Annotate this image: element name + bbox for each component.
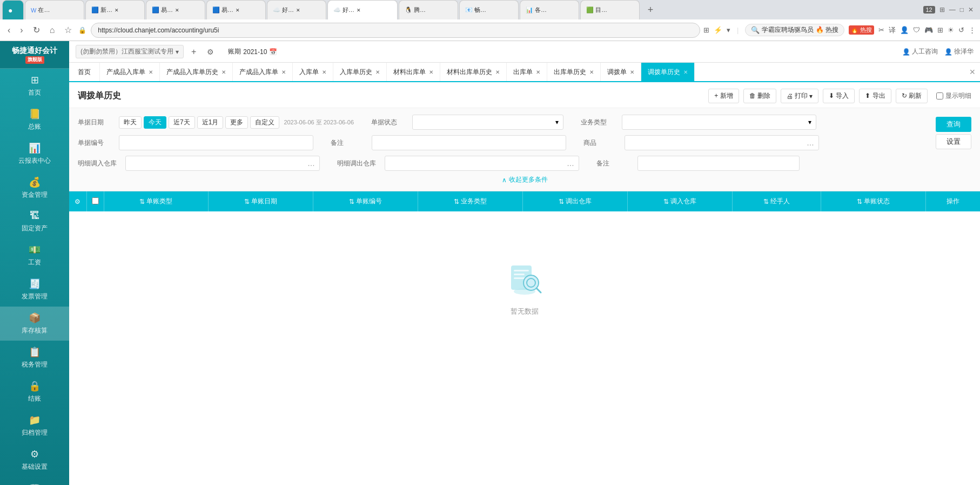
nav-tab-5-close[interactable]: ✕	[375, 69, 380, 75]
translate-icon[interactable]: 译	[889, 25, 896, 35]
sidebar-item-invoice[interactable]: 🧾 发票管理	[0, 273, 69, 307]
consult-link[interactable]: 👤 人工咨询	[902, 47, 938, 56]
sidebar-item-ledger[interactable]: 📒 总账	[0, 103, 69, 137]
nav-tab-2[interactable]: 产成品入库单历史 ✕	[160, 63, 233, 82]
sidebar-item-settings[interactable]: ⚙ 基础设置	[0, 443, 69, 477]
today-btn[interactable]: 今天	[144, 116, 166, 129]
nav-tab-7[interactable]: 材料出库单历史 ✕	[440, 63, 507, 82]
collapse-button[interactable]: ∧ 收起更多条件	[502, 175, 548, 184]
nav-tab-10[interactable]: 调拨单 ✕	[601, 63, 641, 82]
browser-tab-close-3[interactable]: ✕	[173, 6, 182, 15]
lightning-icon[interactable]: ⚡	[714, 26, 722, 34]
doc-num-input[interactable]	[119, 135, 313, 150]
th-doc-status[interactable]: ⇅ 单账状态	[821, 191, 925, 211]
th-in-warehouse[interactable]: ⇅ 调入仓库	[627, 191, 732, 211]
detail-remark-input[interactable]	[637, 156, 800, 171]
goods-select[interactable]: …	[625, 135, 819, 150]
browser-tab-1[interactable]: W 在…	[25, 0, 84, 19]
sidebar-item-salary[interactable]: 💵 工资	[0, 238, 69, 273]
yesterday-btn[interactable]: 昨天	[119, 116, 142, 129]
import-button[interactable]: ⬇ 导入	[823, 89, 855, 103]
nav-tab-5[interactable]: 入库单历史 ✕	[333, 63, 387, 82]
sidebar-item-tax[interactable]: 📋 税务管理	[0, 341, 69, 375]
company-settings-button[interactable]: ⚙	[204, 45, 217, 58]
nav-tab-3-close[interactable]: ✕	[281, 69, 286, 75]
bookmark-button[interactable]: ☆	[61, 23, 75, 37]
home-button[interactable]: ⌂	[46, 23, 58, 37]
export-button[interactable]: ⬆ 导出	[859, 89, 891, 103]
th-doc-date[interactable]: ⇅ 单账日期	[209, 191, 313, 211]
sidebar-item-guide[interactable]: 📖 新手引导	[0, 477, 69, 485]
nav-tab-10-close[interactable]: ✕	[630, 69, 634, 75]
sidebar-item-inventory[interactable]: 📦 库存核算	[0, 307, 69, 341]
display-checkbox[interactable]	[936, 92, 943, 99]
nav-tab-7-close[interactable]: ✕	[495, 69, 500, 75]
refresh-button[interactable]: ↻ 刷新	[896, 89, 928, 103]
company-selector[interactable]: (勿删勿禁用）江西服宝测试专用 ▾	[76, 45, 184, 58]
back-button[interactable]: ‹	[4, 23, 14, 37]
more-btn[interactable]: 更多	[225, 116, 248, 129]
browser-tab-4[interactable]: 🟦 易… ✕	[206, 0, 266, 19]
biz-type-select[interactable]: ▾	[622, 115, 816, 130]
seven-days-btn[interactable]: 近7天	[169, 116, 195, 129]
nav-tab-1[interactable]: 产成品入库单 ✕	[100, 63, 160, 82]
browser-tab-close-4[interactable]: ✕	[233, 6, 242, 15]
nav-tab-6[interactable]: 材料出库单 ✕	[387, 63, 440, 82]
th-gear[interactable]: ⚙	[69, 191, 86, 211]
browser-tab-3[interactable]: 🟦 易… ✕	[146, 0, 205, 19]
browser-home-tab[interactable]: ●	[2, 0, 24, 19]
add-company-button[interactable]: +	[188, 45, 199, 59]
nav-tab-8-close[interactable]: ✕	[536, 69, 540, 75]
nav-tab-4-close[interactable]: ✕	[322, 69, 326, 75]
sidebar-item-capital[interactable]: 💰 资金管理	[0, 171, 69, 205]
select-all-checkbox[interactable]	[92, 197, 99, 204]
sidebar-item-archive[interactable]: 📁 归档管理	[0, 409, 69, 443]
new-button[interactable]: + 新增	[708, 89, 739, 103]
new-tab-button[interactable]: +	[643, 2, 658, 17]
brightness-icon[interactable]: ☀	[948, 26, 954, 34]
nav-tab-3[interactable]: 产成品入库单 ✕	[233, 63, 293, 82]
sidebar-item-assets[interactable]: 🏗 固定资产	[0, 205, 69, 238]
browser-tab-8[interactable]: 📧 畅…	[459, 0, 519, 19]
sidebar-item-home[interactable]: ⊞ 首页	[0, 69, 69, 103]
nav-tab-4[interactable]: 入库单 ✕	[293, 63, 333, 82]
browser-tab-7[interactable]: 🐧 腾…	[399, 0, 458, 19]
th-doc-num[interactable]: ⇅ 单账编号	[313, 191, 418, 211]
cut-icon[interactable]: ✂	[878, 26, 884, 34]
nav-tab-11[interactable]: 调拨单历史 ✕	[641, 63, 695, 82]
th-biz-type[interactable]: ⇅ 业务类型	[418, 191, 523, 211]
browser-tab-2[interactable]: 🟦 新… ✕	[85, 0, 145, 19]
close-icon[interactable]: ✕	[968, 6, 974, 14]
sidebar-item-reports[interactable]: 📊 云报表中心	[0, 137, 69, 171]
remark-input[interactable]	[372, 135, 566, 150]
game-icon[interactable]: 🎮	[924, 26, 933, 34]
extensions-icon[interactable]: ⊞	[703, 26, 709, 34]
minimize-icon[interactable]: —	[949, 6, 956, 14]
browser-tab-close-2[interactable]: ✕	[112, 6, 121, 15]
search-box[interactable]: 🔍 学霸应聘场驱鸟员 🔥 热搜	[745, 24, 844, 36]
nav-tab-1-close[interactable]: ✕	[149, 69, 153, 75]
browser-tab-9[interactable]: 📊 各…	[520, 0, 579, 19]
th-out-warehouse[interactable]: ⇅ 调出仓库	[523, 191, 628, 211]
detail-in-select[interactable]: …	[125, 156, 320, 171]
grid-icon[interactable]: ⊞	[937, 26, 943, 34]
status-select[interactable]: ▾	[412, 115, 563, 130]
browser-tab-active[interactable]: ☁️ 好… ✕	[327, 0, 398, 19]
th-handler[interactable]: ⇅ 经手人	[732, 191, 821, 211]
calendar-icon[interactable]: 📅	[269, 48, 277, 56]
browser-tab-5[interactable]: ☁️ 好… ✕	[267, 0, 326, 19]
browser-tab-close-active[interactable]: ✕	[354, 6, 363, 15]
nav-tab-11-close[interactable]: ✕	[683, 69, 688, 75]
address-input[interactable]	[91, 23, 700, 38]
history-icon[interactable]: ↺	[958, 26, 964, 34]
tab-nav-close[interactable]: ✕	[969, 68, 980, 76]
detail-out-select[interactable]: …	[385, 156, 579, 171]
nav-tab-9-close[interactable]: ✕	[589, 69, 594, 75]
browser-tab-10[interactable]: 🟩 目…	[580, 0, 640, 19]
sidebar-item-closing[interactable]: 🔒 结账	[0, 375, 69, 409]
shield-icon[interactable]: 🛡	[913, 26, 920, 34]
setting-button[interactable]: 设置	[936, 134, 971, 149]
gear-icon[interactable]: ⚙	[75, 198, 80, 205]
user-avatar[interactable]: 👤 徐泽华	[944, 47, 974, 56]
print-button[interactable]: 🖨 打印 ▾	[781, 89, 818, 103]
